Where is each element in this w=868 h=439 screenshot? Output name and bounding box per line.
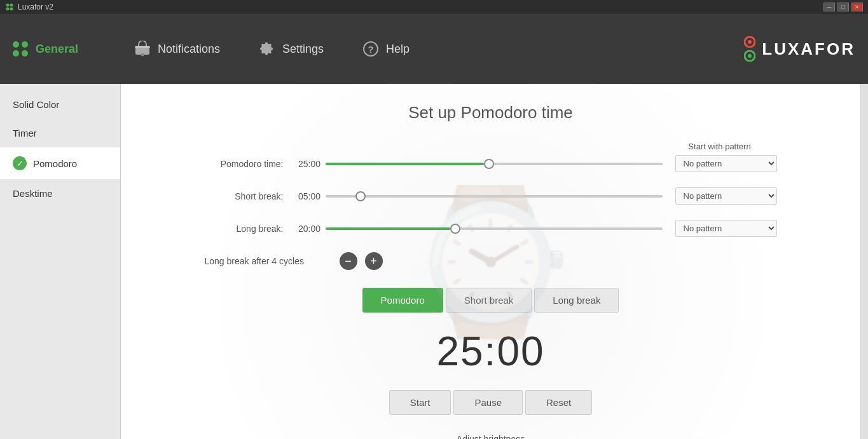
- nav-notifications[interactable]: Notifications: [134, 40, 220, 58]
- short-break-slider-thumb[interactable]: [355, 191, 366, 201]
- timer-label: Timer: [13, 128, 37, 138]
- logo-circle-red: [744, 36, 755, 48]
- sidebar-item-solid-color[interactable]: Solid Color: [0, 90, 120, 119]
- short-break-mode-button[interactable]: Short break: [446, 288, 532, 313]
- solid-color-label: Solid Color: [13, 99, 59, 110]
- timer-display: 25:00: [146, 328, 835, 375]
- dot-2: [22, 41, 28, 48]
- logo-circle-green: [744, 50, 755, 62]
- sliders-section: Start with pattern Pomodoro time: 25:00 …: [205, 142, 777, 270]
- pomodoro-slider-row: Pomodoro time: 25:00 No pattern Pattern …: [205, 155, 777, 172]
- long-break-slider-row: Long break: 20:00 No pattern Pattern 1 P…: [205, 220, 777, 237]
- app-title: Luxafor v2: [18, 3, 53, 11]
- top-navigation: General Notifications Settings: [0, 14, 868, 84]
- short-break-slider-container[interactable]: [326, 190, 663, 203]
- decrement-cycles-button[interactable]: −: [340, 252, 357, 270]
- long-break-slider-value: 20:00: [294, 224, 326, 234]
- svg-point-10: [748, 40, 752, 44]
- help-label: Help: [386, 43, 410, 56]
- long-break-mode-button[interactable]: Long break: [534, 288, 619, 313]
- svg-rect-6: [135, 46, 150, 48]
- short-break-slider-row: Short break: 05:00 No pattern Pattern 1 …: [205, 187, 777, 205]
- short-break-slider-value: 05:00: [294, 191, 326, 201]
- dot-3: [13, 50, 19, 57]
- settings-label: Settings: [282, 43, 324, 56]
- long-break-slider-track: [326, 227, 663, 230]
- content-area: ⌚ Set up Pomodoro time Start with patter…: [121, 84, 860, 439]
- luxafor-logo: LUXAFOR: [744, 36, 855, 62]
- pomodoro-slider-label: Pomodoro time:: [205, 159, 294, 169]
- dot-4: [22, 50, 28, 57]
- scrollbar[interactable]: [860, 84, 868, 439]
- pomodoro-pattern-dropdown[interactable]: No pattern Pattern 1 Pattern 2: [675, 155, 777, 172]
- pause-button[interactable]: Pause: [453, 390, 523, 415]
- pomodoro-active-icon: ✓: [13, 156, 27, 170]
- long-break-slider-thumb[interactable]: [450, 224, 460, 234]
- long-break-slider-label: Long break:: [205, 224, 294, 234]
- general-dots-icon: [13, 41, 28, 57]
- long-break-pattern-dropdown[interactable]: No pattern Pattern 1 Pattern 2: [675, 220, 777, 237]
- control-buttons: Start Pause Reset: [146, 390, 835, 415]
- brightness-section: Adjust brightness: [146, 434, 835, 439]
- short-break-slider-label: Short break:: [205, 191, 294, 201]
- pomodoro-slider-thumb[interactable]: [484, 159, 494, 169]
- sidebar-item-timer[interactable]: Timer: [0, 119, 120, 147]
- app-icon: [5, 3, 14, 11]
- svg-point-1: [10, 4, 13, 7]
- desktime-label: Desktime: [13, 188, 53, 199]
- nav-settings[interactable]: Settings: [258, 40, 324, 58]
- nav-help[interactable]: ? Help: [362, 40, 410, 58]
- pattern-header-label: Start with pattern: [663, 142, 777, 151]
- pomodoro-slider-track: [326, 163, 663, 165]
- sidebar-item-desktime[interactable]: Desktime: [0, 179, 120, 208]
- cycles-label: Long break after 4 cycles: [205, 256, 332, 266]
- logo-text: LUXAFOR: [762, 39, 855, 59]
- sidebar-item-pomodoro[interactable]: ✓ Pomodoro: [0, 147, 120, 179]
- short-break-pattern-dropdown[interactable]: No pattern Pattern 1 Pattern 2: [675, 187, 777, 205]
- svg-text:?: ?: [368, 44, 374, 55]
- increment-cycles-button[interactable]: +: [365, 252, 383, 270]
- pomodoro-label: Pomodoro: [33, 158, 77, 169]
- main-layout: Solid Color Timer ✓ Pomodoro Desktime ⌚ …: [0, 84, 868, 439]
- page-title: Set up Pomodoro time: [146, 103, 835, 123]
- svg-point-0: [6, 4, 10, 7]
- long-break-slider-container[interactable]: [326, 222, 663, 235]
- titlebar-controls: ─ □ ✕: [823, 3, 863, 11]
- short-break-pattern-select[interactable]: No pattern Pattern 1 Pattern 2: [675, 187, 777, 205]
- general-label: General: [36, 43, 78, 56]
- notifications-icon: [134, 40, 151, 58]
- pomodoro-slider-value: 25:00: [294, 159, 326, 169]
- nav-items: Notifications Settings ? Help: [134, 40, 744, 58]
- brightness-label: Adjust brightness: [146, 434, 835, 439]
- long-break-slider-fill: [326, 227, 450, 230]
- long-break-pattern-select[interactable]: No pattern Pattern 1 Pattern 2: [675, 220, 777, 237]
- pomodoro-slider-container[interactable]: [326, 158, 663, 170]
- help-icon: ?: [362, 40, 380, 58]
- svg-point-12: [748, 54, 752, 58]
- mode-buttons: Pomodoro Short break Long break: [146, 288, 835, 313]
- reset-button[interactable]: Reset: [525, 390, 592, 415]
- dot-1: [13, 41, 19, 48]
- sidebar: Solid Color Timer ✓ Pomodoro Desktime: [0, 84, 121, 439]
- titlebar-title: Luxafor v2: [5, 3, 53, 11]
- minimize-button[interactable]: ─: [823, 3, 835, 11]
- short-break-slider-track: [326, 195, 663, 198]
- pomodoro-pattern-select[interactable]: No pattern Pattern 1 Pattern 2: [675, 155, 777, 172]
- pomodoro-slider-fill: [326, 163, 484, 165]
- short-break-slider-fill: [326, 195, 356, 198]
- restore-button[interactable]: □: [837, 3, 849, 11]
- close-button[interactable]: ✕: [851, 3, 863, 11]
- start-button[interactable]: Start: [389, 390, 451, 415]
- notifications-label: Notifications: [158, 43, 220, 56]
- settings-icon: [258, 40, 276, 58]
- svg-point-3: [10, 8, 13, 11]
- nav-general[interactable]: General: [13, 41, 134, 57]
- titlebar: Luxafor v2 ─ □ ✕: [0, 0, 868, 14]
- cycles-row: Long break after 4 cycles − +: [205, 252, 777, 270]
- svg-point-2: [6, 8, 10, 11]
- pomodoro-mode-button[interactable]: Pomodoro: [362, 288, 443, 313]
- svg-point-5: [141, 53, 144, 57]
